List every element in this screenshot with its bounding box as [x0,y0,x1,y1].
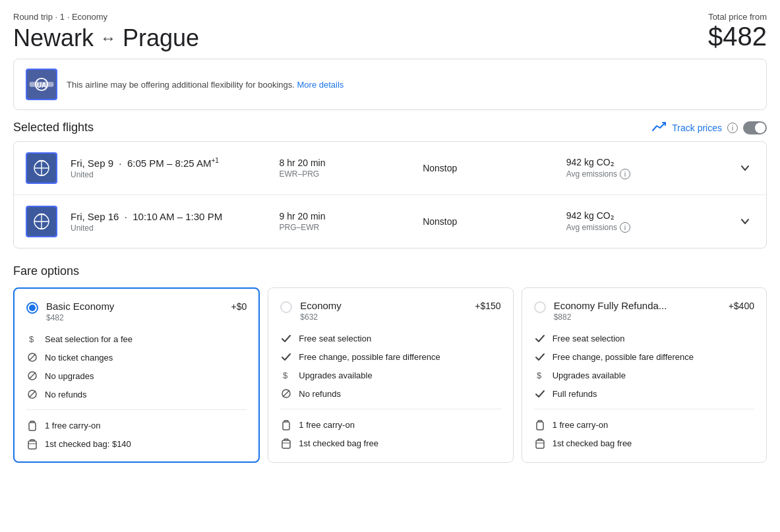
feature-free-change-ref: Free change, possible fare difference [534,351,754,363]
feature-free-change-eco: Free change, possible fare difference [280,351,500,363]
fare-addon-basic: +$0 [231,301,247,312]
outbound-date: Fri, Sep 9 [71,158,113,169]
route-arrow: ↔ [100,29,116,47]
dollar-icon-ref: $ [534,369,546,381]
trending-icon [652,121,667,134]
flights-list: Fri, Sep 9 · 6:05 PM – 8:25 AM+1 United … [13,141,767,249]
flight-times-outbound: Fri, Sep 9 · 6:05 PM – 8:25 AM+1 United [71,157,266,179]
destination-city: Prague [123,24,199,52]
return-emissions: 942 kg CO₂ [566,210,723,221]
header-right: Total price from $482 [708,12,767,51]
header-left: Round trip · 1 · Economy Newark ↔ Prague [13,12,199,52]
fare-name-basic: Basic Economy [46,301,114,312]
track-prices-area: Track prices i [652,121,767,134]
total-price-label: Total price from [708,12,767,22]
fare-radio-refund[interactable] [534,301,546,313]
checked-bag-basic: 1st checked bag: $140 [26,438,247,450]
trip-route: Newark ↔ Prague [13,24,199,52]
return-avg-emissions: Avg emissions i [566,222,723,233]
origin-city: Newark [13,24,94,52]
fare-addon-economy: +$150 [475,301,500,311]
svg-text:$: $ [537,370,542,380]
fare-luggage-basic: 1 free carry-on 1st checked bag: $140 [26,419,247,450]
checked-bag-icon-2 [280,437,292,449]
fare-options-section: Fare options Basic Economy +$0 $482 [0,264,780,463]
fare-title-economy: Economy +$150 $632 [300,300,500,322]
svg-line-16 [29,372,36,379]
block-icon-1 [26,351,38,363]
checked-bag-economy: 1st checked bag free [280,437,500,449]
block-icon-eco [280,388,292,399]
fare-features-refund: Free seat selection Free change, possibl… [534,332,754,399]
fare-divider-refund [534,409,754,409]
outbound-expand-button[interactable] [736,159,754,177]
outbound-stops: Nonstop [423,163,553,173]
feature-upgrades-ref: $ Upgrades available [534,369,754,381]
outbound-emissions: 942 kg CO₂ [566,157,723,167]
feature-seat-selection: $ Seat selection for a fee [26,333,247,345]
banner-text: This airline may be offering additional … [67,80,344,90]
emissions-info-icon-out[interactable]: i [620,169,630,179]
svg-line-18 [29,391,36,398]
check-icon-ref-2 [534,351,546,363]
feature-full-refunds: Full refunds [534,388,754,399]
carryon-icon-1 [26,419,38,431]
fare-radio-economy[interactable] [280,301,292,313]
fare-card-economy[interactable]: Economy +$150 $632 Free seat selection [268,287,513,463]
svg-rect-35 [282,440,290,448]
outbound-route: EWR–PRG [279,169,409,179]
feature-no-refunds-basic: No refunds [26,388,247,400]
feature-no-changes: No ticket changes [26,351,247,363]
track-prices-label[interactable]: Track prices [672,123,722,133]
carryon-icon-2 [280,419,292,430]
fare-cards-container: Basic Economy +$0 $482 $ Seat selection … [0,287,780,463]
block-icon-2 [26,370,38,382]
track-prices-info-icon[interactable]: i [727,123,738,133]
fare-name-economy: Economy [300,300,342,311]
fare-card-header-basic: Basic Economy +$0 $482 [26,301,247,322]
fare-price-basic: $482 [46,313,247,322]
return-date: Fri, Sep 16 [71,211,119,222]
check-icon-eco-1 [280,332,292,344]
feature-no-refunds-eco: No refunds [280,388,500,399]
dollar-icon-1: $ [26,333,38,345]
fare-options-title: Fare options [0,264,780,287]
total-price-value: $482 [708,22,767,51]
svg-rect-23 [28,441,36,449]
flight-duration-outbound: 8 hr 20 min EWR–PRG [279,158,409,179]
return-airline: United [71,223,266,233]
page-header: Round trip · 1 · Economy Newark ↔ Prague… [0,0,780,59]
more-details-link[interactable]: More details [297,80,344,90]
dollar-icon-eco: $ [280,369,292,381]
flight-times-return: Fri, Sep 16 · 10:10 AM – 1:30 PM United [71,211,266,233]
fare-addon-refund: +$400 [729,301,754,311]
emissions-info-icon-ret[interactable]: i [620,222,630,233]
outbound-depart: 6:05 PM – 8:25 AM [127,158,212,169]
svg-rect-19 [29,423,36,430]
fare-card-header-refund: Economy Fully Refunda... +$400 $882 [534,300,754,322]
fare-name-refund: Economy Fully Refunda... [554,300,667,311]
svg-text:UA: UA [37,82,47,89]
return-expand-button[interactable] [736,212,754,231]
fare-luggage-economy: 1 free carry-on 1st checked bag free [280,419,500,449]
flight-emissions-return: 942 kg CO₂ Avg emissions i [566,210,723,233]
fare-card-basic-economy[interactable]: Basic Economy +$0 $482 $ Seat selection … [13,287,260,463]
fare-features-basic: $ Seat selection for a fee No ticket cha… [26,333,247,400]
fare-card-fully-refundable[interactable]: Economy Fully Refunda... +$400 $882 Free… [522,287,767,463]
flight-emissions-outbound: 942 kg CO₂ Avg emissions i [566,157,723,179]
return-duration: 9 hr 20 min [279,211,409,222]
carryon-economy: 1 free carry-on [280,419,500,430]
svg-text:$: $ [283,370,288,380]
fare-radio-basic[interactable] [26,302,38,314]
check-icon-ref-3 [534,388,546,399]
fare-price-economy: $632 [300,312,500,322]
selected-flights-header: Selected flights Track prices i [0,121,780,141]
carryon-refund: 1 free carry-on [534,419,754,430]
trip-meta: Round trip · 1 · Economy [13,12,199,22]
outbound-datetime: Fri, Sep 9 · 6:05 PM – 8:25 AM+1 [71,157,266,169]
svg-line-14 [29,354,36,361]
outbound-duration: 8 hr 20 min [279,158,409,168]
outbound-nextday: +1 [211,157,218,164]
track-prices-toggle[interactable] [743,121,767,134]
svg-text:$: $ [29,334,34,344]
